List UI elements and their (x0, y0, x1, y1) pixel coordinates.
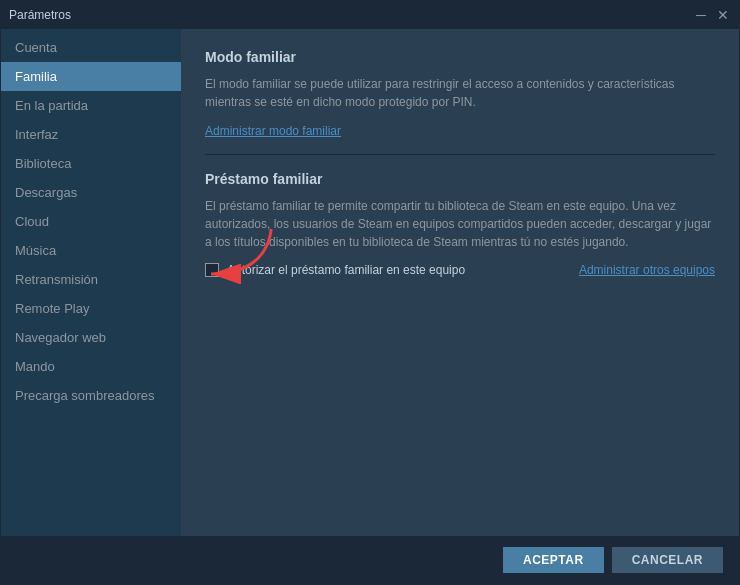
sidebar-item-precarga-sombreadores[interactable]: Precarga sombreadores (1, 381, 181, 410)
sidebar-item-cuenta[interactable]: Cuenta (1, 33, 181, 62)
section2-title: Préstamo familiar (205, 171, 715, 187)
sidebar-item-cloud[interactable]: Cloud (1, 207, 181, 236)
manage-family-mode-link[interactable]: Administrar modo familiar (205, 124, 341, 138)
cancel-button[interactable]: CANCELAR (612, 547, 723, 573)
window-title: Parámetros (9, 8, 71, 22)
red-arrow-indicator (191, 224, 281, 284)
minimize-button[interactable]: ─ (693, 7, 709, 23)
manage-other-devices-link[interactable]: Administrar otros equipos (579, 263, 715, 277)
sidebar-item-musica[interactable]: Música (1, 236, 181, 265)
window-controls: ─ ✕ (693, 7, 731, 23)
sidebar-item-navegador-web[interactable]: Navegador web (1, 323, 181, 352)
sidebar: Cuenta Familia En la partida Interfaz Bi… (1, 29, 181, 536)
sidebar-item-descargas[interactable]: Descargas (1, 178, 181, 207)
sidebar-item-familia[interactable]: Familia (1, 62, 181, 91)
divider (205, 154, 715, 155)
content-area: Cuenta Familia En la partida Interfaz Bi… (1, 29, 739, 536)
sidebar-item-retransmision[interactable]: Retransmisión (1, 265, 181, 294)
sidebar-item-remote-play[interactable]: Remote Play (1, 294, 181, 323)
sidebar-item-interfaz[interactable]: Interfaz (1, 120, 181, 149)
section2: Préstamo familiar El préstamo familiar t… (205, 171, 715, 277)
footer: ACEPTAR CANCELAR (1, 536, 739, 584)
main-content: Modo familiar El modo familiar se puede … (181, 29, 739, 536)
settings-window: Parámetros ─ ✕ Cuenta Familia En la part… (0, 0, 740, 585)
section1-title: Modo familiar (205, 49, 715, 65)
accept-button[interactable]: ACEPTAR (503, 547, 604, 573)
authorize-loan-row: Autorizar el préstamo familiar en este e… (205, 263, 715, 277)
section1-description: El modo familiar se puede utilizar para … (205, 75, 715, 111)
sidebar-item-mando[interactable]: Mando (1, 352, 181, 381)
sidebar-item-biblioteca[interactable]: Biblioteca (1, 149, 181, 178)
close-button[interactable]: ✕ (715, 7, 731, 23)
section2-description: El préstamo familiar te permite comparti… (205, 197, 715, 251)
sidebar-item-en-la-partida[interactable]: En la partida (1, 91, 181, 120)
title-bar: Parámetros ─ ✕ (1, 1, 739, 29)
